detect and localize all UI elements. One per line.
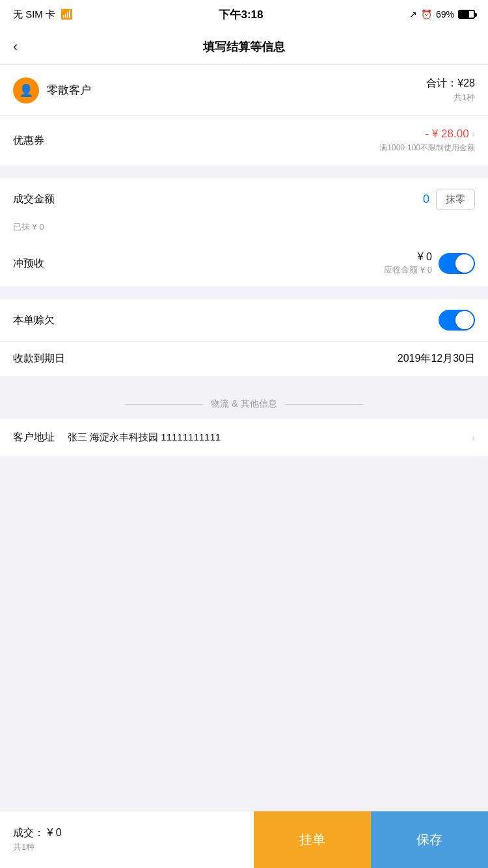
debt-toggle-knob (455, 311, 474, 329)
back-button[interactable]: ‹ (13, 38, 18, 55)
page-title: 填写结算等信息 (203, 39, 285, 55)
bottom-count: 共1种 (13, 841, 241, 853)
wifi-icon: 📶 (61, 8, 73, 20)
round-off-button[interactable]: 抹零 (436, 189, 475, 210)
debt-label: 本单赊欠 (13, 314, 55, 327)
location-icon: ↗ (409, 9, 417, 20)
deal-amount-sub-label: 已抹 ¥ 0 (13, 222, 44, 232)
coupon-row[interactable]: 优惠券 - ¥ 28.00 › 满1000-100不限制使用金额 (0, 116, 488, 165)
chevron-right-icon: › (472, 128, 475, 140)
bottom-info: 成交： ¥ 0 共1种 (0, 826, 254, 853)
divider-1 (0, 172, 488, 178)
address-value: 张三 海淀永丰科技园 11111111111 (68, 431, 467, 444)
status-time: 下午3:18 (219, 7, 263, 22)
customer-name: 零散客户 (47, 83, 91, 98)
divider-3 (0, 383, 488, 389)
nav-bar: ‹ 填写结算等信息 (0, 29, 488, 65)
address-row[interactable]: 客户地址 张三 海淀永丰科技园 11111111111 › (0, 419, 488, 456)
prepayment-sub: 应收金额 ¥ 0 (384, 264, 432, 276)
debt-card: 本单赊欠 收款到期日 2019年12月30日 (0, 299, 488, 376)
coupon-desc: 满1000-100不限制使用金额 (379, 142, 475, 154)
avatar: 👤 (13, 77, 39, 103)
customer-left: 👤 零散客户 (13, 77, 91, 103)
customer-right: 合计：¥28 共1种 (426, 77, 475, 103)
deal-amount-label: 成交金额 (13, 193, 55, 206)
avatar-icon: 👤 (19, 83, 33, 98)
carrier-label: 无 SIM 卡 (13, 8, 55, 21)
deal-amount-sub: 已抹 ¥ 0 (0, 221, 488, 241)
toggle-knob (455, 254, 474, 273)
address-card: 客户地址 张三 海淀永丰科技园 11111111111 › (0, 419, 488, 456)
address-chevron-icon: › (472, 432, 475, 444)
deal-amount-right: 0 抹零 (423, 189, 475, 210)
customer-row: 👤 零散客户 合计：¥28 共1种 (0, 65, 488, 116)
status-left: 无 SIM 卡 📶 (13, 8, 73, 21)
address-label: 客户地址 (13, 431, 55, 444)
deal-amount-row: 成交金额 0 抹零 (0, 178, 488, 221)
due-date-value: 2019年12月30日 (398, 352, 475, 366)
coupon-label: 优惠券 (13, 134, 44, 148)
bottom-deal-label: 成交： ¥ 0 (13, 826, 241, 840)
battery-fill (459, 11, 469, 18)
prepayment-row: 冲预收 ¥ 0 应收金额 ¥ 0 (0, 241, 488, 286)
status-right: ↗ ⏰ 69% (409, 9, 475, 20)
prepayment-amounts: ¥ 0 应收金额 ¥ 0 (384, 251, 432, 276)
logistics-label: 物流 & 其他信息 (211, 398, 277, 410)
due-date-row: 收款到期日 2019年12月30日 (0, 341, 488, 376)
prepayment-toggle[interactable] (439, 253, 475, 274)
coupon-right: - ¥ 28.00 › 满1000-100不限制使用金额 (379, 128, 475, 154)
debt-row: 本单赊欠 (0, 299, 488, 341)
empty-area (0, 463, 488, 580)
logistics-header: 物流 & 其他信息 (0, 389, 488, 419)
bottom-deal-text: 成交： (13, 827, 44, 838)
prepayment-label: 冲预收 (13, 257, 44, 271)
divider-2 (0, 293, 488, 299)
due-date-label: 收款到期日 (13, 352, 65, 366)
bottom-bar: 成交： ¥ 0 共1种 挂单 保存 (0, 811, 488, 868)
debt-toggle[interactable] (439, 310, 475, 331)
total-amount: 合计：¥28 (426, 77, 475, 90)
deal-card: 成交金额 0 抹零 已抹 ¥ 0 冲预收 ¥ 0 应收金额 ¥ 0 (0, 178, 488, 286)
customer-card: 👤 零散客户 合计：¥28 共1种 优惠券 - ¥ 28.00 › 满1000-… (0, 65, 488, 165)
prepayment-amount: ¥ 0 (384, 251, 432, 263)
deal-amount-value[interactable]: 0 (423, 193, 429, 206)
prepayment-right: ¥ 0 应收金额 ¥ 0 (384, 251, 475, 276)
bottom-deal-amount: ¥ 0 (47, 827, 61, 838)
logistics-line: 物流 & 其他信息 (13, 398, 475, 410)
coupon-discount: - ¥ 28.00 (426, 128, 469, 141)
battery-icon (458, 10, 475, 19)
status-bar: 无 SIM 卡 📶 下午3:18 ↗ ⏰ 69% (0, 0, 488, 29)
total-count: 共1种 (426, 92, 475, 103)
hold-button[interactable]: 挂单 (254, 811, 371, 869)
content: 👤 零散客户 合计：¥28 共1种 优惠券 - ¥ 28.00 › 满1000-… (0, 65, 488, 638)
alarm-icon: ⏰ (421, 9, 432, 20)
save-button[interactable]: 保存 (371, 811, 488, 869)
battery-percent: 69% (436, 9, 454, 20)
